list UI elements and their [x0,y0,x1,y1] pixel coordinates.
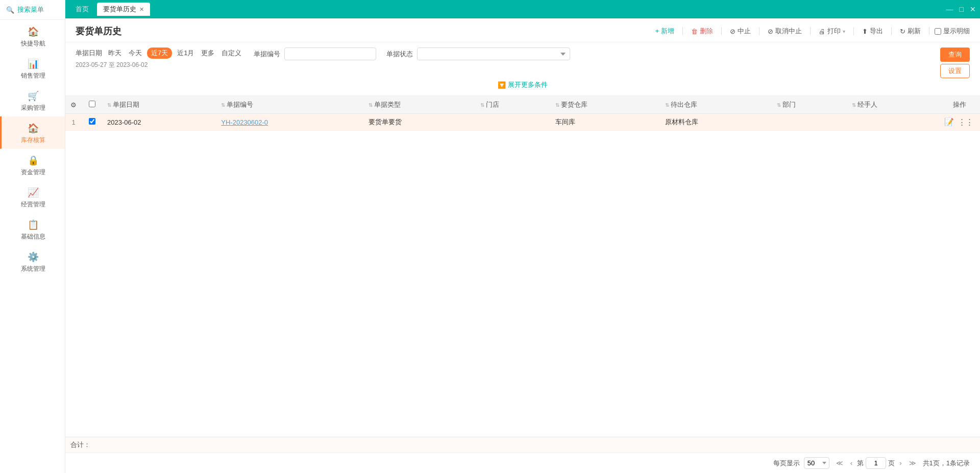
sidebar-search-label: 搜索菜单 [17,5,44,14]
divider-7 [929,27,929,35]
tab-requisition-label: 要货单历史 [103,5,136,14]
sidebar-item-label: 库存核算 [21,136,45,145]
cell-doc-type: 要货单要货 [363,114,475,131]
col-header-doc-date[interactable]: 单据日期 [102,96,216,114]
expand-more-button[interactable]: 🔽 展开更多条件 [76,80,970,89]
sidebar-item-operations-mgmt[interactable]: 📈 经营管理 [0,181,65,213]
minimize-button[interactable]: — [946,5,953,13]
maximize-button[interactable]: □ [960,5,964,13]
checkbox-column-header [82,96,102,114]
delete-button[interactable]: 🗑 删除 [688,25,716,38]
sidebar: 🔍 搜索菜单 🏠 快捷导航 📊 销售管理 🛒 采购管理 🏠 库存核算 🔒 资金管… [0,0,65,473]
display-detail-checkbox-wrapper[interactable]: 显示明细 [935,27,970,36]
cell-handler [847,114,939,131]
export-button[interactable]: ⬆ 导出 [859,25,886,38]
select-all-checkbox[interactable] [89,101,95,107]
cell-doc-number[interactable]: YH-20230602-0 [216,114,363,131]
display-detail-checkbox[interactable] [935,28,941,35]
cancel-stop-icon: ⊘ [768,28,773,35]
filter-actions: 查询 设置 [940,48,970,78]
row-checkbox[interactable] [82,114,102,131]
next-page-button[interactable]: › [897,458,904,468]
close-button[interactable]: ✕ [970,5,976,13]
tab-home[interactable]: 首页 [69,3,95,16]
doc-status-select[interactable] [417,48,570,60]
sidebar-item-inventory-calc[interactable]: 🏠 库存核算 [0,116,65,149]
sidebar-item-quick-nav[interactable]: 🏠 快捷导航 [0,20,65,52]
print-icon: 🖨 [819,28,825,35]
per-page-select[interactable]: 10 20 50 100 [804,457,829,469]
col-header-store[interactable]: 门店 [475,96,550,114]
row-index: 1 [65,114,82,131]
shortcut-last7days[interactable]: 近7天 [147,48,172,59]
doc-number-label: 单据编号 [254,50,280,59]
cancel-stop-button[interactable]: ⊘ 取消中止 [765,25,805,38]
search-icon: 🔍 [6,6,14,14]
stop-button[interactable]: ⊘ 中止 [727,25,754,38]
per-page-label: 每页显示 [773,459,800,468]
content-area: 要货单历史 + 新增 🗑 删除 ⊘ 中止 ⊘ 取消中止 [65,18,980,473]
table-container: ⚙ 单据日期 单据编号 单据类型 门店 要货仓库 待出仓库 部门 经手人 操作 [65,96,980,437]
sales-icon: 📊 [28,58,39,69]
shortcut-yesterday[interactable]: 昨天 [106,48,124,59]
delete-label: 删除 [700,27,713,36]
basic-info-icon: 📋 [28,219,39,230]
export-label: 导出 [870,27,883,36]
tab-bar: 首页 要货单历史 ✕ — □ ✕ [65,0,980,18]
expand-icon: 🔽 [498,81,506,89]
shortcut-last1month[interactable]: 近1月 [175,48,196,59]
print-button[interactable]: 🖨 打印 ▾ [816,25,848,38]
divider-1 [682,27,683,35]
tab-home-label: 首页 [76,5,89,14]
refresh-label: 刷新 [908,27,921,36]
col-header-handler[interactable]: 经手人 [847,96,939,114]
tab-requisition-history[interactable]: 要货单历史 ✕ [97,3,150,16]
sidebar-search[interactable]: 🔍 搜索菜单 [0,0,65,20]
delete-icon: 🗑 [691,28,698,35]
doc-number-input[interactable] [284,48,376,60]
page-number-input[interactable] [866,457,886,469]
edit-icon[interactable]: 📝 [944,117,954,127]
page-title: 要货单历史 [76,25,652,37]
last-page-button[interactable]: ≫ [906,458,919,468]
refresh-button[interactable]: ↻ 刷新 [897,25,924,38]
print-label: 打印 [827,27,841,36]
col-header-department[interactable]: 部门 [772,96,847,114]
sidebar-item-purchase-mgmt[interactable]: 🛒 采购管理 [0,84,65,116]
refresh-icon: ↻ [900,28,905,35]
divider-5 [853,27,854,35]
sidebar-item-system-mgmt[interactable]: ⚙️ 系统管理 [0,245,65,277]
col-header-doc-number[interactable]: 单据编号 [216,96,363,114]
settings-button[interactable]: 设置 [940,64,970,78]
new-button[interactable]: + 新增 [652,25,677,38]
col-header-doc-type[interactable]: 单据类型 [363,96,475,114]
prev-page-button[interactable]: ‹ [848,458,855,468]
more-icon[interactable]: ⋮⋮ [958,117,973,127]
cell-pending-warehouse: 原材料仓库 [660,114,772,131]
col-header-req-warehouse[interactable]: 要货仓库 [550,96,659,114]
shortcut-more[interactable]: 更多 [199,48,216,59]
purchase-icon: 🛒 [28,90,39,102]
finance-icon: 🔒 [28,155,39,166]
settings-column-header[interactable]: ⚙ [65,96,82,114]
date-range-text: 2023-05-27 至 2023-06-02 [76,61,148,69]
sidebar-item-label: 快捷导航 [21,39,45,48]
sidebar-item-basic-info[interactable]: 📋 基础信息 [0,213,65,245]
col-header-pending-warehouse[interactable]: 待出仓库 [660,96,772,114]
first-page-button[interactable]: ≪ [834,458,846,468]
tab-close-icon[interactable]: ✕ [139,6,144,13]
inventory-icon: 🏠 [28,123,39,134]
query-button[interactable]: 查询 [940,48,970,62]
toolbar: + 新增 🗑 删除 ⊘ 中止 ⊘ 取消中止 🖨 [652,25,970,38]
footer-total-label: 合计： [70,441,90,448]
sidebar-item-finance-mgmt[interactable]: 🔒 资金管理 [0,149,65,181]
shortcut-today[interactable]: 今天 [127,48,144,59]
shortcut-custom[interactable]: 自定义 [219,48,243,59]
cell-department [772,114,847,131]
sidebar-item-sales-mgmt[interactable]: 📊 销售管理 [0,52,65,84]
total-records-label: 共1页，1条记录 [923,459,970,468]
table-head: ⚙ 单据日期 单据编号 单据类型 门店 要货仓库 待出仓库 部门 经手人 操作 [65,96,980,114]
doc-number-link[interactable]: YH-20230602-0 [221,119,268,126]
table-body: 1 2023-06-02 YH-20230602-0 要货单要货 车间库 原材料… [65,114,980,131]
table-row[interactable]: 1 2023-06-02 YH-20230602-0 要货单要货 车间库 原材料… [65,114,980,131]
